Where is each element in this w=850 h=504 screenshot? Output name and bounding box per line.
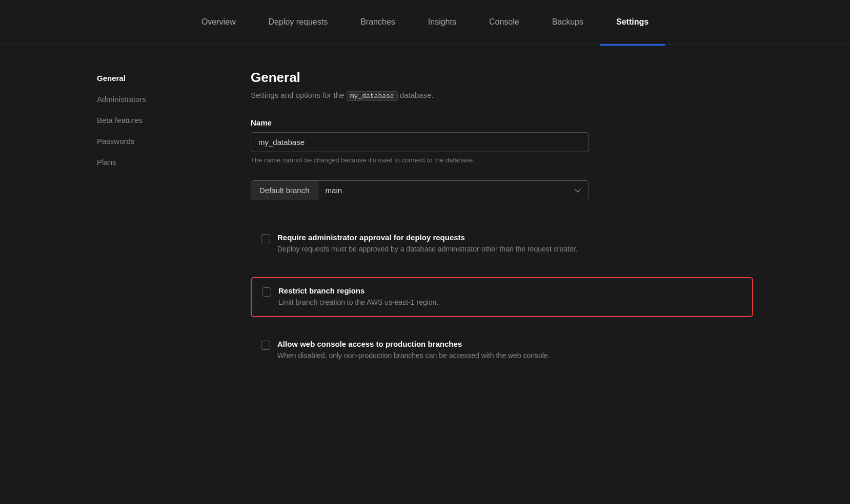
default-branch-select[interactable]: maindevstaging <box>318 181 567 200</box>
checkbox-title-restrict-branch-regions: Restrict branch regions <box>278 286 742 295</box>
section-subtitle: Settings and options for the my_database… <box>251 91 753 100</box>
checkbox-desc-restrict-branch-regions: Limit branch creation to the AWS us-east… <box>278 297 742 308</box>
checkbox-allow-web-console[interactable] <box>261 341 270 350</box>
checkbox-restrict-branch-regions[interactable] <box>262 287 271 297</box>
name-label: Name <box>251 118 753 127</box>
nav-item-overview[interactable]: Overview <box>185 1 252 46</box>
checkbox-desc-require-admin-approval: Deploy requests must be approved by a da… <box>277 244 743 255</box>
checkbox-content-allow-web-console: Allow web console access to production b… <box>277 340 743 361</box>
checkbox-item-require-admin-approval: Require administrator approval for deplo… <box>251 225 753 263</box>
main-content: General Settings and options for the my_… <box>210 70 784 384</box>
subtitle-suffix: database. <box>400 91 434 99</box>
page-title: General <box>251 70 753 86</box>
subtitle-code: my_database <box>347 91 398 101</box>
nav-item-settings[interactable]: Settings <box>600 1 665 46</box>
default-branch-select-wrapper: Default branch maindevstaging <box>251 180 589 200</box>
sidebar-item-administrators[interactable]: Administrators <box>97 91 210 108</box>
checkbox-title-require-admin-approval: Require administrator approval for deplo… <box>277 233 743 242</box>
checkbox-desc-allow-web-console: When disabled, only non-production branc… <box>277 350 743 361</box>
nav-item-insights[interactable]: Insights <box>412 1 473 46</box>
name-hint: The name cannot be changed because it's … <box>251 156 753 164</box>
checkbox-require-admin-approval[interactable] <box>261 234 270 243</box>
nav-item-backups[interactable]: Backups <box>536 1 600 46</box>
checkbox-item-restrict-branch-regions: Restrict branch regionsLimit branch crea… <box>251 277 753 317</box>
default-branch-label: Default branch <box>251 181 318 200</box>
checkboxes-section: Require administrator approval for deplo… <box>251 225 753 369</box>
nav-item-branches[interactable]: Branches <box>344 1 412 46</box>
checkbox-content-restrict-branch-regions: Restrict branch regionsLimit branch crea… <box>278 286 742 308</box>
sidebar-item-general[interactable]: General <box>97 70 210 87</box>
top-navigation: OverviewDeploy requestsBranchesInsightsC… <box>0 0 850 45</box>
checkbox-title-allow-web-console: Allow web console access to production b… <box>277 340 743 348</box>
name-input[interactable] <box>251 132 589 152</box>
nav-item-deploy-requests[interactable]: Deploy requests <box>252 1 345 46</box>
checkbox-content-require-admin-approval: Require administrator approval for deplo… <box>277 233 743 255</box>
sidebar-item-plans[interactable]: Plans <box>97 154 210 171</box>
sidebar-item-passwords[interactable]: Passwords <box>97 133 210 150</box>
sidebar: GeneralAdministratorsBeta featuresPasswo… <box>97 70 210 384</box>
nav-item-console[interactable]: Console <box>473 1 536 46</box>
chevron-down-icon <box>567 182 589 199</box>
page-layout: GeneralAdministratorsBeta featuresPasswo… <box>66 45 784 384</box>
checkbox-item-allow-web-console: Allow web console access to production b… <box>251 331 753 369</box>
subtitle-prefix: Settings and options for the <box>251 91 345 99</box>
sidebar-item-beta-features[interactable]: Beta features <box>97 112 210 129</box>
